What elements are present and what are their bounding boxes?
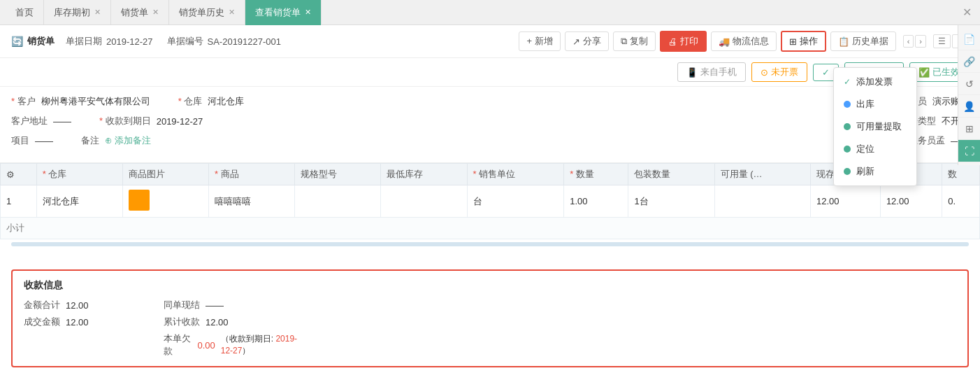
dropdown-item-outbound[interactable]: 出库 — [834, 93, 916, 115]
dropdown-item-locate[interactable]: 定位 — [834, 138, 916, 160]
tab-sales-history[interactable]: 销货单历史 ✕ — [169, 0, 245, 25]
close-tab-sales[interactable]: ✕ — [152, 8, 159, 17]
due-date-field: 收款到期日 2019-12-27 — [99, 115, 203, 127]
dropdown-item-refresh[interactable]: 刷新 — [834, 160, 916, 183]
address-value: —— — [53, 116, 71, 127]
dropdown-item-add-invoice[interactable]: ✓ 添加发票 — [834, 71, 916, 93]
number-value: SA-20191227-001 — [208, 36, 282, 47]
note-label: 备注 — [81, 134, 99, 147]
tab-inventory-init[interactable]: 库存期初 ✕ — [44, 0, 111, 25]
sidebar-document-icon[interactable]: 📄 — [958, 28, 981, 50]
share-button[interactable]: ↗ 分享 — [565, 31, 609, 51]
warehouse-value: 河北仓库 — [208, 95, 244, 108]
tab-bar: 首页 库存期初 ✕ 销货单 ✕ 销货单历史 ✕ 查看销货单 ✕ ✕ — [0, 0, 980, 25]
sales-order-icon: 🔄 — [11, 36, 23, 47]
date-value: 2019-12-27 — [106, 36, 153, 47]
logistics-button[interactable]: 🚚 物流信息 — [711, 31, 777, 51]
dropdown-item-available-qty[interactable]: 可用量提取 — [834, 115, 916, 138]
same-order-settle-value: —— — [206, 300, 224, 311]
subtotal-row: 小计 — [1, 218, 980, 239]
main-content: 🔄 销货单 单据日期 2019-12-27 单据编号 SA-20191227-0… — [0, 25, 980, 373]
col-unit: 销售单位 — [467, 164, 564, 185]
doc-number-field: 单据编号 SA-20191227-001 — [167, 35, 282, 48]
customer-label: 客户 — [11, 95, 36, 108]
settings-gear-icon: ⚙ — [6, 169, 15, 180]
number-label: 单据编号 — [167, 35, 203, 48]
grid-icon: ⊞ — [789, 36, 797, 47]
copy-icon: ⧉ — [621, 36, 627, 47]
cell-min-stock — [381, 185, 467, 218]
tab-sales-order[interactable]: 销货单 ✕ — [111, 0, 169, 25]
cell-product: 嘻嘻嘻嘻 — [209, 185, 295, 218]
cumulative-receipt-value: 12.00 — [206, 317, 229, 328]
total-amount-value: 12.00 — [66, 300, 89, 311]
customer-value: 柳州粤港平安气体有限公司 — [41, 95, 150, 108]
next-arrow[interactable]: › — [915, 35, 926, 48]
note-field: 备注 ⊕ 添加备注 — [81, 134, 151, 147]
print-button[interactable]: 🖨 打印 — [660, 31, 707, 52]
sidebar-expand-icon[interactable]: ⛶ — [958, 140, 981, 162]
total-amount-field: 金额合计 12.00 — [24, 299, 164, 311]
cell-qty: 1.00 — [564, 185, 628, 218]
this-order-due-value: 0.00 — [197, 340, 215, 351]
cell-available — [714, 185, 810, 218]
col-warehouse: 仓库 — [36, 164, 122, 185]
teal-dot-icon-3 — [844, 168, 851, 175]
phone-icon: 📱 — [686, 67, 698, 78]
form-row-2: 客户地址 —— 收款到期日 2019-12-27 票据类型 不开票 — [11, 115, 969, 127]
same-order-settle-field: 同单现结 —— — [164, 299, 303, 311]
print-icon: 🖨 — [668, 36, 677, 47]
form-row-1: 客户 柳州粤港平安气体有限公司 仓库 河北仓库 业务员 演示账号 — [11, 95, 969, 108]
customer-field: 客户 柳州粤港平安气体有限公司 — [11, 95, 150, 108]
close-tab-inventory[interactable]: ✕ — [94, 8, 101, 17]
list-view-btn[interactable]: ☰ — [933, 34, 951, 48]
scroll-hint-bar[interactable] — [11, 242, 969, 246]
address-field: 客户地址 —— — [11, 115, 71, 127]
this-order-due-extra: （收款到期日: 2019-12-27） — [221, 333, 303, 357]
tab-view-sales[interactable]: 查看销货单 ✕ — [245, 0, 322, 25]
teal-dot-icon-1 — [844, 123, 851, 130]
doc-title-text: 销货单 — [27, 35, 55, 48]
close-tab-history[interactable]: ✕ — [229, 8, 235, 17]
tab-bar-close[interactable]: ✕ — [960, 3, 974, 22]
operation-button[interactable]: ⊞ 操作 — [781, 31, 826, 52]
project-label: 项目 — [11, 134, 29, 147]
toolbar: + 新增 ↗ 分享 ⧉ 复制 🖨 打印 🚚 物流信息 ⊞ 操作 � — [519, 31, 969, 52]
sidebar-refresh-icon[interactable]: ↺ — [958, 73, 981, 95]
form-row-3: 项目 —— 备注 ⊕ 添加备注 业务员孟 —— — [11, 134, 969, 147]
doc-meta: 单据日期 2019-12-27 单据编号 SA-20191227-001 — [66, 35, 281, 48]
due-date-value: 2019-12-27 — [157, 116, 203, 127]
col-qty: 数量 — [564, 164, 628, 185]
sidebar-person-icon[interactable]: 👤 — [958, 95, 981, 118]
trade-amount-value: 12.00 — [66, 317, 89, 328]
history-icon: 📋 — [838, 36, 849, 47]
warehouse-field: 仓库 河北仓库 — [178, 95, 245, 108]
col-settings[interactable]: ⚙ — [1, 164, 37, 185]
not-open-ticket-button[interactable]: ⊙ 未开票 — [751, 62, 807, 82]
tab-home[interactable]: 首页 — [6, 0, 44, 25]
cell-price: 12.00 — [880, 185, 942, 218]
history-button[interactable]: 📋 历史单据 — [830, 31, 896, 51]
nav-arrows: ‹ › — [903, 35, 926, 48]
effect-icon: ✅ — [918, 67, 930, 78]
trade-amount-field: 成交金额 12.00 — [24, 316, 164, 328]
new-button[interactable]: + 新增 — [519, 31, 560, 51]
due-date-red: 2019-12-27 — [221, 334, 297, 356]
sidebar-table-icon[interactable]: ⊞ — [958, 118, 981, 140]
sidebar-link-icon[interactable]: 🔗 — [958, 50, 981, 73]
add-note-button[interactable]: ⊕ 添加备注 — [105, 134, 151, 147]
from-phone-button[interactable]: 📱 来自手机 — [677, 62, 746, 82]
cumulative-receipt-field: 累计收款 12.00 — [164, 316, 303, 328]
product-thumbnail — [129, 190, 150, 211]
col-pkg-qty: 包装数量 — [628, 164, 714, 185]
close-tab-view[interactable]: ✕ — [305, 8, 311, 17]
col-product-img: 商品图片 — [122, 164, 208, 185]
circle-icon: ⊙ — [761, 67, 768, 78]
cell-spec — [295, 185, 381, 218]
copy-button[interactable]: ⧉ 复制 — [613, 31, 656, 51]
col-amount: 数 — [942, 164, 980, 185]
prev-arrow[interactable]: ‹ — [903, 35, 914, 48]
warehouse-label: 仓库 — [178, 95, 203, 108]
payment-info-grid: 金额合计 12.00 同单现结 —— 成交金额 12.00 累计收款 12.00… — [24, 299, 956, 358]
total-amount-label: 金额合计 — [24, 299, 60, 311]
